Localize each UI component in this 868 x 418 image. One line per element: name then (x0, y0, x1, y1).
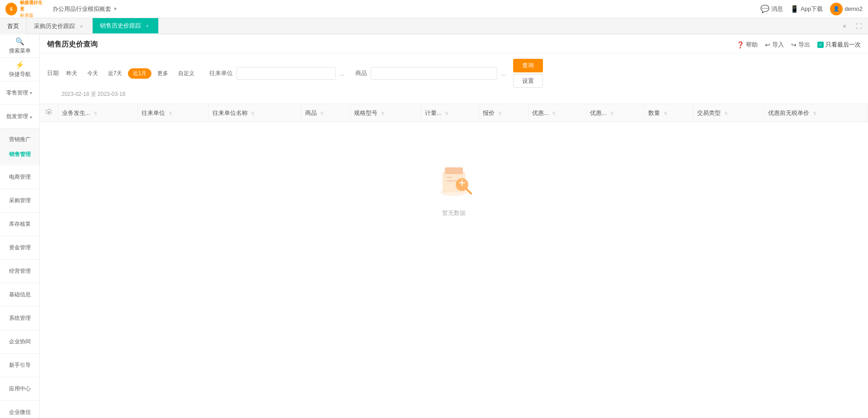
user-area[interactable]: 👤 demo2 (830, 3, 863, 15)
sidebar-item-retail[interactable]: 零售管理 ▼ (0, 81, 39, 105)
sidebar-item-purchase[interactable]: 采购管理 (0, 189, 39, 213)
sidebar-item-sales-mgmt[interactable]: 销售管理 (2, 147, 38, 162)
date-btn-today[interactable]: 今天 (83, 68, 102, 79)
sidebar-wholesale-label: 批发管理 (6, 113, 28, 120)
sales-mgmt-label: 销售管理 (9, 151, 31, 157)
col-partner-code-label: 往来单位 (142, 109, 165, 116)
logo-text: 畅捷通好生意 标准版 (20, 0, 45, 19)
date-btn-more[interactable]: 更多 (153, 68, 172, 79)
col-trade-type[interactable]: 交易类型 ⇅ (693, 104, 764, 122)
empty-icon (431, 158, 476, 204)
help-btn[interactable]: ❓ 帮助 (736, 41, 758, 49)
filter-row-1: 日期 昨天 今天 近7天 近1月 更多 自定义 往来单位 ... (47, 59, 861, 88)
tab-home[interactable]: 首页 (0, 18, 27, 34)
user-avatar: 👤 (830, 3, 843, 15)
retail-arrow-icon: ▼ (29, 91, 33, 95)
tab-sales-history[interactable]: 销售历史价跟踪 × (93, 18, 159, 34)
col-partner-name[interactable]: 往来单位名称 ⇅ (208, 104, 301, 122)
sidebar-item-operations[interactable]: 经营管理 (0, 260, 39, 283)
partner-filter: 往来单位 ... (209, 67, 344, 80)
col-product[interactable]: 商品 ⇅ (301, 104, 350, 122)
col-unit[interactable]: 计量... ⇅ (421, 104, 479, 122)
date-filter-label: 日期 (47, 69, 59, 77)
table-settings-icon[interactable] (45, 109, 52, 116)
page-header-actions: ❓ 帮助 ↩ 导入 ↪ 导出 ✓ 只看最后一次 (736, 41, 861, 49)
sidebar-item-ecommerce[interactable]: 电商管理 (0, 166, 39, 189)
purchase-tab-label: 采购历史价跟踪 (34, 22, 75, 30)
sidebar-item-marketing[interactable]: 营销推广 (2, 132, 38, 147)
import-btn[interactable]: ↩ 导入 (765, 41, 784, 49)
app-selector[interactable]: 办公用品行业模拟账套 ▼ (49, 3, 121, 15)
finance-label: 资金管理 (9, 244, 31, 252)
sidebar-item-new-guide[interactable]: 新手引导 (0, 354, 39, 377)
date-range-text: 2023-02-18 至 2023-03-18 (61, 91, 125, 97)
date-btn-1month[interactable]: 近1月 (128, 68, 152, 79)
sidebar-search-label: 搜索菜单 (9, 47, 31, 55)
sidebar-item-corp-wechat[interactable]: 企业微信 (0, 401, 39, 418)
query-actions: 查询 设置 (513, 59, 543, 88)
col-spec[interactable]: 规格型号 ⇅ (350, 104, 421, 122)
app-center-label: 应用中心 (9, 385, 31, 393)
partner-dots[interactable]: ... (340, 70, 344, 77)
col-discount1-label: 优惠... (532, 109, 549, 116)
header-right: 💬 消息 📱 App下载 👤 demo2 (760, 3, 863, 15)
sort-icon-trade-type: ⇅ (724, 111, 728, 116)
col-pretax-price[interactable]: 优惠前无税单价 ⇅ (764, 104, 868, 122)
download-icon: 📱 (790, 5, 799, 13)
purchase-tab-close[interactable]: × (78, 23, 85, 30)
help-icon: ❓ (736, 41, 744, 48)
sidebar-item-app-center[interactable]: 应用中心 (0, 377, 39, 401)
app-download-action[interactable]: 📱 App下载 (790, 5, 823, 13)
col-discount2-label: 优惠... (590, 109, 607, 116)
col-quote[interactable]: 报价 ⇅ (479, 104, 528, 122)
date-btn-custom[interactable]: 自定义 (174, 68, 198, 79)
sidebar-quick-nav-label: 快捷导航 (9, 71, 31, 78)
tab-bar-actions: × ⛶ (839, 21, 868, 32)
checkbox-icon: ✓ (817, 42, 824, 48)
table-container[interactable]: 业务发生... ⇅ 往来单位 ⇅ 往来单位名称 ⇅ (40, 104, 868, 418)
col-biz-date[interactable]: 业务发生... ⇅ (58, 104, 138, 122)
sidebar-retail-label: 零售管理 (6, 89, 28, 97)
sidebar-item-finance[interactable]: 资金管理 (0, 236, 39, 260)
top-header: 6 畅捷通好生意 标准版 办公用品行业模拟账套 ▼ 💬 消息 📱 App下载 👤 (0, 0, 868, 18)
col-quantity[interactable]: 数量 ⇅ (644, 104, 693, 122)
col-discount2[interactable]: 优惠... ⇅ (586, 104, 645, 122)
date-btn-yesterday[interactable]: 昨天 (62, 68, 81, 79)
sidebar-item-search-menu[interactable]: 🔍 搜索菜单 (0, 34, 39, 58)
export-icon: ↪ (791, 41, 797, 48)
sales-tab-close[interactable]: × (144, 22, 151, 29)
query-btn[interactable]: 查询 (513, 59, 543, 72)
product-filter: 商品 ... (355, 67, 506, 80)
message-action[interactable]: 💬 消息 (760, 5, 783, 13)
tab-purchase-history[interactable]: 采购历史价跟踪 × (27, 18, 93, 34)
col-discount1[interactable]: 优惠... ⇅ (528, 104, 586, 122)
only-last-checkbox[interactable]: ✓ 只看最后一次 (817, 41, 861, 49)
tab-close-all-btn[interactable]: × (839, 21, 850, 32)
settings-filter-btn[interactable]: 设置 (513, 74, 543, 88)
sidebar-item-enterprise[interactable]: 企业协同 (0, 330, 39, 354)
col-partner-code[interactable]: 往来单位 ⇅ (138, 104, 209, 122)
sidebar-item-quick-nav[interactable]: ⚡ 快捷导航 (0, 58, 39, 81)
sidebar-item-basic-info[interactable]: 基础信息 (0, 283, 39, 307)
col-pretax-price-label: 优惠前无税单价 (768, 109, 809, 116)
page-container: 销售历史价查询 ❓ 帮助 ↩ 导入 ↪ 导出 ✓ (40, 34, 868, 418)
table-header: 业务发生... ⇅ 往来单位 ⇅ 往来单位名称 ⇅ (40, 104, 868, 122)
tab-fullscreen-btn[interactable]: ⛶ (854, 21, 864, 32)
product-input[interactable] (371, 67, 497, 80)
app-selector-label: 办公用品行业模拟账套 (52, 5, 111, 13)
sort-icon-quantity: ⇅ (664, 111, 667, 116)
sidebar-item-wholesale[interactable]: 批发管理 ▲ (0, 105, 39, 128)
partner-input[interactable] (236, 67, 336, 80)
sort-icon-product: ⇅ (320, 111, 324, 116)
sidebar: 🔍 搜索菜单 ⚡ 快捷导航 零售管理 ▼ 批发管理 ▲ 营销推广 销售管理 电商… (0, 34, 40, 418)
date-range-display: 2023-02-18 至 2023-03-18 (47, 90, 861, 98)
sidebar-expanded-section: 营销推广 销售管理 (0, 128, 39, 166)
sidebar-item-system[interactable]: 系统管理 (0, 307, 39, 330)
col-settings[interactable] (40, 104, 58, 122)
product-dots[interactable]: ... (501, 70, 506, 77)
sidebar-item-inventory[interactable]: 库存核算 (0, 213, 39, 236)
help-label: 帮助 (746, 41, 758, 49)
message-label: 消息 (771, 5, 783, 13)
export-btn[interactable]: ↪ 导出 (791, 41, 810, 49)
date-btn-7days[interactable]: 近7天 (104, 68, 126, 79)
